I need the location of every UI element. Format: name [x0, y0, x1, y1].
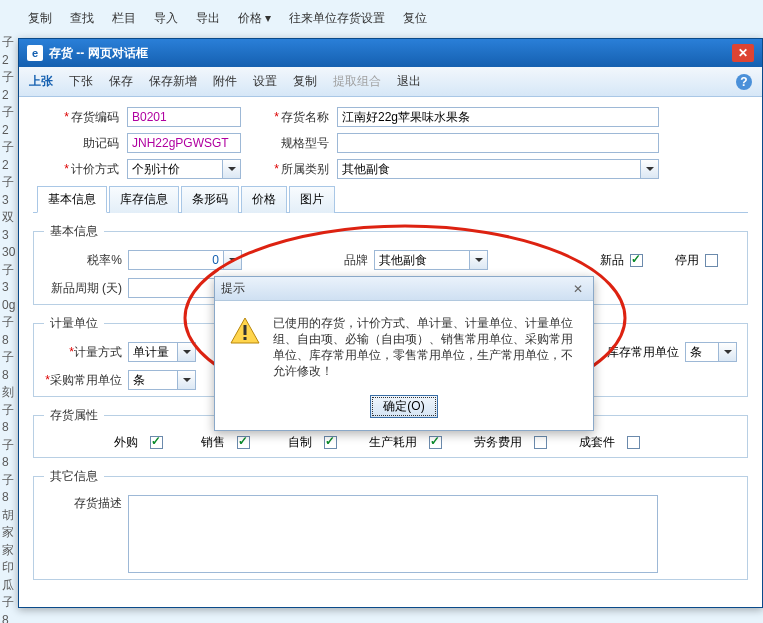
svg-rect-4	[244, 325, 247, 335]
message-titlebar[interactable]: 提示 ✕	[215, 277, 593, 301]
menu-item[interactable]: 复制	[28, 10, 52, 27]
label-kit: 成套件	[579, 434, 615, 451]
label-name: 存货名称	[245, 109, 333, 126]
dialog-titlebar[interactable]: e 存货 -- 网页对话框 ✕	[19, 39, 762, 67]
label-disable: 停用	[675, 252, 699, 269]
menu-item[interactable]: 往来单位存货设置	[289, 10, 385, 27]
label-stockunit: 库存常用单位	[607, 344, 679, 361]
label-tax: 税率%	[44, 252, 122, 269]
brand-combo[interactable]	[374, 250, 488, 270]
window-icon: e	[27, 45, 43, 61]
bg-row: 子2	[0, 34, 20, 69]
bg-row: 家	[0, 542, 20, 560]
label-selfmade: 自制	[288, 434, 312, 451]
tab-barcode[interactable]: 条形码	[181, 186, 239, 213]
settings-button[interactable]: 设置	[253, 73, 277, 90]
mnemonic-input[interactable]	[127, 133, 241, 153]
stockunit-input[interactable]	[685, 342, 719, 362]
next-button[interactable]: 下张	[69, 73, 93, 90]
chevron-down-icon[interactable]	[224, 250, 242, 270]
attach-button[interactable]: 附件	[213, 73, 237, 90]
menu-item[interactable]: 复位	[403, 10, 427, 27]
bg-row: 瓜	[0, 577, 20, 595]
bg-row: 刻	[0, 384, 20, 402]
help-icon[interactable]: ?	[736, 74, 752, 90]
tab-basic[interactable]: 基本信息	[37, 186, 107, 213]
tab-stock[interactable]: 库存信息	[109, 186, 179, 213]
disable-checkbox[interactable]	[705, 254, 718, 267]
category-input[interactable]	[337, 159, 641, 179]
bg-row: 双3	[0, 209, 20, 244]
bg-row: 30	[0, 244, 20, 262]
chevron-down-icon[interactable]	[178, 342, 196, 362]
header-form: 存货编码 存货名称 助记码 规格型号 计价方式 所属类别 基本信息 库	[19, 97, 762, 217]
chevron-down-icon[interactable]	[719, 342, 737, 362]
label-brand: 品牌	[248, 252, 368, 269]
purchaseunit-combo[interactable]	[128, 370, 196, 390]
outsource-checkbox[interactable]	[150, 436, 163, 449]
bg-row: 子8	[0, 472, 20, 507]
label-mnemonic: 助记码	[33, 135, 123, 152]
bg-row: 家	[0, 524, 20, 542]
message-dialog: 提示 ✕ 已使用的存货，计价方式、单计量、计量单位、计量单位组、自由项、必输（自…	[214, 276, 594, 431]
tab-price[interactable]: 价格	[241, 186, 287, 213]
label-newflag: 新品	[600, 252, 624, 269]
unit-legend: 计量单位	[44, 315, 104, 332]
category-combo[interactable]	[337, 159, 659, 179]
menu-item[interactable]: 导出	[196, 10, 220, 27]
bg-row: 子8	[0, 437, 20, 472]
unitmethod-input[interactable]	[128, 342, 178, 362]
prev-button[interactable]: 上张	[29, 73, 53, 90]
label-laborcost: 劳务费用	[474, 434, 522, 451]
brand-input[interactable]	[374, 250, 470, 270]
newflag-checkbox[interactable]	[630, 254, 643, 267]
tax-input[interactable]	[128, 250, 224, 270]
chevron-down-icon[interactable]	[470, 250, 488, 270]
menu-item[interactable]: 查找	[70, 10, 94, 27]
label-outsource: 外购	[114, 434, 138, 451]
laborcost-checkbox[interactable]	[534, 436, 547, 449]
kit-checkbox[interactable]	[627, 436, 640, 449]
prodconsume-checkbox[interactable]	[429, 436, 442, 449]
bg-row: 印	[0, 559, 20, 577]
selfmade-checkbox[interactable]	[324, 436, 337, 449]
pricing-input[interactable]	[127, 159, 223, 179]
bg-row: 子2	[0, 139, 20, 174]
purchaseunit-input[interactable]	[128, 370, 178, 390]
chevron-down-icon[interactable]	[178, 370, 196, 390]
chevron-down-icon[interactable]	[641, 159, 659, 179]
svg-rect-5	[244, 337, 247, 340]
name-input[interactable]	[337, 107, 659, 127]
close-icon[interactable]: ✕	[569, 282, 587, 296]
sale-checkbox[interactable]	[237, 436, 250, 449]
save-button[interactable]: 保存	[109, 73, 133, 90]
spec-input[interactable]	[337, 133, 659, 153]
other-legend: 其它信息	[44, 468, 104, 485]
stockunit-combo[interactable]	[685, 342, 737, 362]
label-pricing: 计价方式	[33, 161, 123, 178]
warning-icon	[229, 315, 261, 347]
menu-item[interactable]: 栏目	[112, 10, 136, 27]
code-input[interactable]	[127, 107, 241, 127]
message-title: 提示	[221, 280, 245, 297]
menu-item[interactable]: 导入	[154, 10, 178, 27]
menu-item[interactable]: 价格 ▾	[238, 10, 271, 27]
pricing-combo[interactable]	[127, 159, 241, 179]
dialog-title: 存货 -- 网页对话框	[49, 45, 148, 62]
close-icon[interactable]: ✕	[732, 44, 754, 62]
save-new-button[interactable]: 保存新增	[149, 73, 197, 90]
tax-combo[interactable]	[128, 250, 242, 270]
label-code: 存货编码	[33, 109, 123, 126]
chevron-down-icon[interactable]	[223, 159, 241, 179]
bg-row: 子8	[0, 349, 20, 384]
label-purchaseunit: *采购常用单位	[44, 372, 122, 389]
bg-row: 子8	[0, 314, 20, 349]
copy-button[interactable]: 复制	[293, 73, 317, 90]
exit-button[interactable]: 退出	[397, 73, 421, 90]
unitmethod-combo[interactable]	[128, 342, 196, 362]
message-text: 已使用的存货，计价方式、单计量、计量单位、计量单位组、自由项、必输（自由项）、销…	[273, 315, 579, 379]
ok-button[interactable]: 确定(O)	[370, 395, 437, 418]
tab-image[interactable]: 图片	[289, 186, 335, 213]
bg-list: 子2 子2 子2 子2 子3 双3 30 子3 0g 子8 子8 刻 子8 子8…	[0, 34, 20, 623]
desc-textarea[interactable]	[128, 495, 658, 573]
